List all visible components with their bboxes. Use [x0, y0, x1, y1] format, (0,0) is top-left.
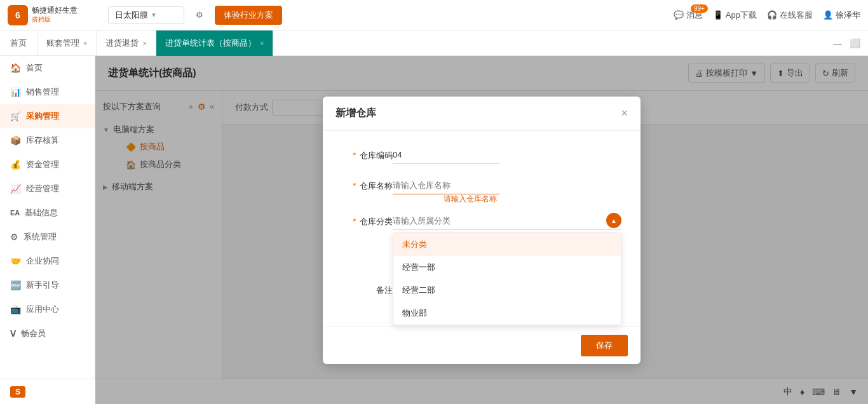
inventory-icon: 📦: [10, 135, 21, 145]
sidebar-appcenter-label: 应用中心: [26, 304, 59, 315]
sales-icon: 📊: [10, 87, 21, 97]
basic-info-icon: EA: [10, 209, 20, 217]
sidebar-sales-label: 销售管理: [26, 86, 59, 98]
notifications-button[interactable]: 💬 消息 99+: [674, 10, 703, 21]
dropdown-item-dept2[interactable]: 经营二部: [393, 279, 621, 302]
warehouse-category-wrapper: ▲: [393, 212, 621, 230]
tab-minimize-icon[interactable]: —: [831, 37, 844, 50]
sidebar-basic-info-label: 基础信息: [25, 207, 58, 219]
modal-title: 新增仓库: [336, 107, 376, 120]
tab-maximize-icon[interactable]: ⬜: [847, 37, 863, 50]
sidebar-item-member[interactable]: V 畅会员: [0, 321, 95, 346]
mobile-icon: 📱: [713, 10, 723, 20]
sidebar-item-purchase[interactable]: 🛒 采购管理: [0, 104, 95, 128]
message-icon: 💬: [674, 10, 684, 20]
sidebar-newbie-label: 新手引导: [26, 279, 59, 291]
dropdown-item-property[interactable]: 物业部: [393, 302, 621, 325]
warehouse-code-wrapper: [393, 146, 621, 164]
store-name: 日太阳膜: [115, 10, 148, 21]
home-icon: 🏠: [10, 63, 21, 73]
settings-button[interactable]: ⚙: [189, 5, 210, 25]
modal-body: * 仓库编码 * 仓库名称: [323, 131, 641, 327]
warehouse-name-input[interactable]: [393, 177, 499, 194]
warehouse-code-row: * 仓库编码: [342, 146, 621, 164]
sidebar-item-finance[interactable]: 💰 资金管理: [0, 152, 95, 177]
tab-bar: 首页 账套管理 × 进货退货 × 进货单统计表（按商品） × — ⬜: [0, 30, 868, 56]
customer-service-button[interactable]: 🎧 在线客服: [767, 10, 813, 21]
warehouse-category-row: * 仓库分类 ▲ 未分类: [342, 212, 621, 230]
sidebar-item-newbie[interactable]: 🆕 新手引导: [0, 273, 95, 297]
sidebar-enterprise-label: 企业协同: [26, 255, 59, 267]
modal-close-button[interactable]: ×: [621, 107, 628, 120]
sidebar-item-home[interactable]: 🏠 首页: [0, 56, 95, 80]
purchase-icon: 🛒: [10, 111, 21, 121]
warehouse-code-input[interactable]: [393, 146, 499, 164]
sidebar-item-basic-info[interactable]: EA 基础信息: [0, 201, 95, 225]
sidebar-item-sales[interactable]: 📊 销售管理: [0, 80, 95, 104]
warehouse-name-label: * 仓库名称: [342, 177, 393, 192]
notification-badge: 99+: [691, 4, 708, 13]
modal-header: 新增仓库 ×: [323, 97, 641, 131]
headset-icon: 🎧: [767, 10, 777, 20]
tab-purchase-stats-close-icon[interactable]: ×: [260, 39, 264, 47]
sidebar-item-appcenter[interactable]: 📺 应用中心: [0, 297, 95, 321]
newbie-icon: 🆕: [10, 280, 21, 290]
tab-purchase-return[interactable]: 进货退货 ×: [97, 30, 156, 56]
appcenter-icon: 📺: [10, 304, 21, 314]
store-selector[interactable]: 日太阳膜 ▼: [108, 6, 184, 24]
app-download-button[interactable]: 📱 App下载: [713, 10, 757, 21]
modal-overlay[interactable]: 新增仓库 × * 仓库编码: [95, 56, 868, 404]
tab-purchase-return-close-icon[interactable]: ×: [142, 39, 146, 47]
user-name: 徐泽华: [836, 10, 860, 21]
business-icon: 📈: [10, 184, 21, 194]
gear-icon: ⚙: [196, 10, 203, 20]
logo-sub: 搭档版: [32, 15, 78, 24]
store-arrow-icon: ▼: [151, 11, 157, 18]
brand-s-icon: S: [10, 386, 25, 398]
logo-text-area: 畅捷通好生意 搭档版: [32, 6, 78, 25]
warehouse-name-wrapper: 请输入仓库名称: [393, 177, 621, 194]
required-star2: *: [353, 181, 356, 191]
tab-home[interactable]: 首页: [0, 30, 37, 56]
category-dropdown-list: 未分类 经营一部 经营二部 物业部: [393, 232, 621, 325]
warehouse-name-error: 请输入仓库名称: [444, 194, 497, 205]
tab-accounts[interactable]: 账套管理 ×: [37, 30, 97, 56]
sidebar-item-system[interactable]: ⚙ 系统管理: [0, 225, 95, 249]
system-icon: ⚙: [10, 232, 18, 242]
main-layout: 🏠 首页 📊 销售管理 🛒 采购管理 📦 库存核算 💰 资金管理 📈 经营管理 …: [0, 56, 868, 404]
sidebar-item-business[interactable]: 📈 经营管理: [0, 177, 95, 201]
sidebar-member-label: 畅会员: [21, 328, 46, 339]
sidebar-finance-label: 资金管理: [26, 159, 59, 170]
finance-icon: 💰: [10, 159, 21, 170]
warehouse-remark-label: 备注: [342, 281, 393, 296]
trial-button[interactable]: 体验行业方案: [215, 6, 282, 25]
required-star3: *: [353, 217, 356, 226]
sidebar-home-label: 首页: [26, 62, 43, 74]
tab-purchase-stats[interactable]: 进货单统计表（按商品） ×: [156, 30, 273, 56]
logo-area: 6 畅捷通好生意 搭档版: [8, 5, 103, 25]
sidebar-system-label: 系统管理: [24, 231, 57, 243]
member-icon: V: [10, 328, 16, 339]
warehouse-category-input[interactable]: [393, 212, 621, 229]
top-bar: 6 畅捷通好生意 搭档版 日太阳膜 ▼ ⚙ 体验行业方案 💬 消息 99+ 📱 …: [0, 0, 868, 30]
sidebar-purchase-label: 采购管理: [26, 111, 59, 122]
sidebar-item-inventory[interactable]: 📦 库存核算: [0, 128, 95, 152]
dropdown-item-uncategorized[interactable]: 未分类: [393, 233, 621, 256]
logo-icon: 6: [8, 5, 28, 25]
sidebar-item-enterprise[interactable]: 🤝 企业协同: [0, 249, 95, 273]
modal-footer: 保存: [323, 327, 641, 364]
warehouse-code-label: * 仓库编码: [342, 146, 393, 161]
category-dropdown-toggle[interactable]: ▲: [606, 213, 621, 228]
logo-text: 畅捷通好生意: [32, 6, 78, 16]
warehouse-category-label: * 仓库分类: [342, 212, 393, 227]
add-warehouse-modal: 新增仓库 × * 仓库编码: [323, 97, 641, 364]
user-menu-button[interactable]: 👤 徐泽华: [823, 10, 860, 21]
content-area: 进货单统计(按商品) 🖨 按模板打印 ▼ ⬆ 导出 ↻ 刷新: [95, 56, 868, 404]
dropdown-item-dept1[interactable]: 经营一部: [393, 256, 621, 279]
save-button[interactable]: 保存: [581, 335, 628, 356]
customer-service-label: 在线客服: [780, 10, 813, 21]
tab-controls: — ⬜: [825, 37, 868, 50]
sidebar: 🏠 首页 📊 销售管理 🛒 采购管理 📦 库存核算 💰 资金管理 📈 经营管理 …: [0, 56, 95, 404]
sidebar-inventory-label: 库存核算: [26, 135, 59, 146]
tab-accounts-close-icon[interactable]: ×: [83, 39, 87, 47]
